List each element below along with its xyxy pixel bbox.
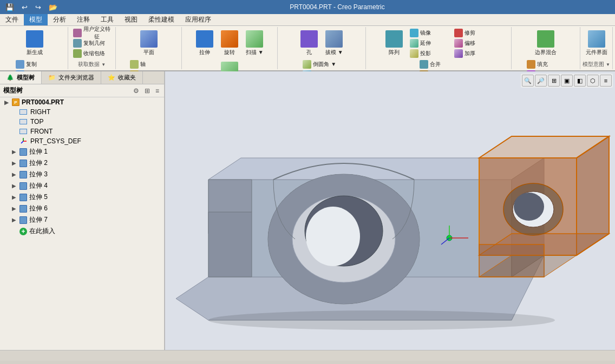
udf-icon [73, 29, 82, 37]
menu-model[interactable]: 模型 [24, 14, 48, 25]
btn-project[interactable]: 投影 [407, 49, 450, 58]
ribbon-group-getdata-label-btn[interactable]: 获取数据 ▼ [78, 61, 106, 68]
filebrowser-tab-icon: 📁 [48, 74, 56, 81]
tree-item-right[interactable]: RIGHT [0, 107, 164, 117]
ribbon-intent-buttons: 元件界面 [583, 28, 610, 59]
btn-boundary-blend[interactable]: 边界混合 [532, 28, 559, 58]
tree-item-ext5[interactable]: ▶ 拉伸 5 [0, 191, 164, 203]
panel-tab-modeltree[interactable]: 🌲 模型树 [0, 71, 42, 84]
thicken-icon [454, 49, 463, 58]
quick-save-btn[interactable]: 💾 [3, 3, 16, 11]
tree-item-front[interactable]: FRONT [0, 127, 164, 136]
draft-icon [325, 30, 343, 48]
btn-round[interactable]: 倒圆角 ▼ [300, 59, 343, 69]
btn-copy[interactable]: 复制 [13, 59, 56, 69]
view-mode-btn2[interactable]: ◧ [574, 75, 586, 87]
tree-item-ext2[interactable]: ▶ 拉伸 2 [0, 157, 164, 169]
btn-comp-interface[interactable]: 元件界面 [583, 28, 610, 58]
quick-undo-btn[interactable]: ↩ [19, 3, 30, 11]
svg-point-22 [514, 193, 544, 221]
tree-settings-btn[interactable]: ⚙ [132, 87, 141, 95]
ribbon-edit-col1: 镜像 延伸 投影 [407, 28, 450, 58]
extrude-icon-4 [19, 182, 27, 190]
menu-tools[interactable]: 工具 [95, 14, 119, 25]
btn-extend[interactable]: 延伸 [407, 38, 450, 48]
ribbon-group-shape: 拉伸 旋转 扫描 ▼ 扫描混合 形状 ▼ [182, 27, 278, 69]
menu-flexible[interactable]: 柔性建模 [143, 14, 180, 25]
btn-thicken[interactable]: 加厚 [452, 49, 495, 58]
ext5-expand-icon: ▶ [12, 194, 17, 200]
ribbon-group-getdata: 用户定义特征 复制几何 收缩包络 获取数据 ▼ [68, 27, 116, 69]
menu-file[interactable]: 文件 [0, 14, 24, 25]
tree-header: 模型树 ⚙ ⊞ ≡ [0, 84, 164, 97]
btn-copy-geo[interactable]: 复制几何 [70, 38, 114, 48]
intent-dropdown-arrow: ▼ [606, 62, 610, 67]
tree-item-top[interactable]: TOP [0, 117, 164, 127]
ribbon-group-edit: 阵列 镜像 延伸 投影 [366, 27, 512, 69]
ribbon-group-engineering: 孔 拔模 ▼ 倒圆角 ▼ 倒角 ▼ [278, 27, 366, 69]
btn-array[interactable]: 阵列 [382, 28, 406, 58]
quick-open-btn[interactable]: 📂 [47, 3, 60, 11]
tree-item-ext1[interactable]: ▶ 拉伸 1 [0, 146, 164, 157]
ext4-expand-icon: ▶ [12, 183, 17, 189]
view-front-btn[interactable]: ⬡ [587, 75, 599, 87]
menu-apps[interactable]: 应用程序 [180, 14, 217, 25]
tree-item-csys[interactable]: PRT_CSYS_DEF [0, 136, 164, 146]
zoom-fit-btn[interactable]: ⊞ [548, 75, 560, 87]
btn-axis[interactable]: 轴 [127, 59, 171, 69]
tree-columns-btn[interactable]: ⊞ [143, 87, 152, 95]
ext2-expand-icon: ▶ [12, 160, 17, 166]
compif-icon [588, 30, 605, 48]
getdata-dropdown-arrow: ▼ [101, 62, 106, 67]
tree-item-ext4[interactable]: ▶ 拉伸 4 [0, 180, 164, 191]
tree-item-ext6[interactable]: ▶ 拉伸 6 [0, 203, 164, 214]
menu-bar: 文件 模型 分析 注释 工具 视图 柔性建模 应用程序 [0, 14, 615, 26]
tree-item-ext3[interactable]: ▶ 拉伸 3 [0, 169, 164, 180]
zoom-out-btn[interactable]: 🔎 [535, 75, 547, 87]
btn-draft[interactable]: 拔模 ▼ [322, 28, 346, 58]
ribbon-group-intent-label-btn[interactable]: 模型意图 ▼ [583, 61, 610, 68]
btn-hole[interactable]: 孔 [297, 28, 321, 58]
tree-item-insert[interactable]: + 在此插入 [0, 226, 164, 237]
quick-redo-btn[interactable]: ↪ [33, 3, 43, 11]
ribbon-group-intent: 元件界面 模型意图 ▼ [580, 27, 613, 69]
viewport[interactable]: 🔍 🔎 ⊞ ▣ ◧ ⬡ ≡ [165, 71, 615, 350]
extrude-icon-5 [19, 194, 27, 201]
panel-tab-filebrowser[interactable]: 📁 文件夹浏览器 [42, 71, 101, 84]
btn-fill[interactable]: 填充 [524, 59, 567, 69]
btn-plane[interactable]: 平面 [137, 28, 161, 58]
view-mode-btn1[interactable]: ▣ [561, 75, 573, 87]
view-options-btn[interactable]: ≡ [600, 75, 612, 87]
tree-item-ext7[interactable]: ▶ 拉伸 7 [0, 214, 164, 226]
btn-udf[interactable]: 用户定义特征 [70, 28, 114, 38]
root-expand-icon: ▶ [4, 100, 10, 105]
ext6-expand-icon: ▶ [12, 206, 17, 211]
sweep-icon [246, 30, 263, 48]
btn-merge[interactable]: 合并 [417, 59, 460, 69]
ribbon-getdata-col: 用户定义特征 复制几何 收缩包络 [70, 28, 114, 58]
btn-revolve[interactable]: 旋转 [218, 28, 241, 58]
panel-tab-favorites[interactable]: ⭐ 收藏夹 [101, 71, 143, 84]
blend-icon [537, 30, 554, 48]
svg-line-2 [21, 141, 23, 143]
menu-view[interactable]: 视图 [119, 14, 143, 25]
menu-annotation[interactable]: 注释 [71, 14, 95, 25]
btn-extrude[interactable]: 拉伸 [193, 28, 217, 58]
btn-mirror[interactable]: 镜像 [407, 28, 450, 38]
ext7-expand-icon: ▶ [12, 217, 17, 223]
btn-sweep[interactable]: 扫描 ▼ [243, 28, 266, 58]
btn-new-generate[interactable]: 新生成 [23, 28, 47, 58]
tree-item-root[interactable]: ▶ P PRT0004.PRT [0, 97, 164, 107]
tree-title: 模型树 [3, 86, 129, 95]
status-bar [0, 350, 615, 361]
btn-offset[interactable]: 偏移 [452, 38, 495, 48]
left-panel: 🌲 模型树 📁 文件夹浏览器 ⭐ 收藏夹 模型树 ⚙ ⊞ ≡ ▶ P PRT00… [0, 71, 165, 350]
favorites-tab-icon: ⭐ [108, 74, 115, 81]
extrude-icon-7 [19, 216, 27, 224]
plane-icon-front [19, 129, 27, 134]
menu-analysis[interactable]: 分析 [48, 14, 71, 25]
tree-filter-btn[interactable]: ≡ [154, 87, 161, 95]
btn-shrink-wrap2[interactable]: 收缩包络 [70, 49, 114, 58]
zoom-in-btn[interactable]: 🔍 [522, 75, 534, 87]
btn-trim[interactable]: 修剪 [452, 28, 495, 38]
